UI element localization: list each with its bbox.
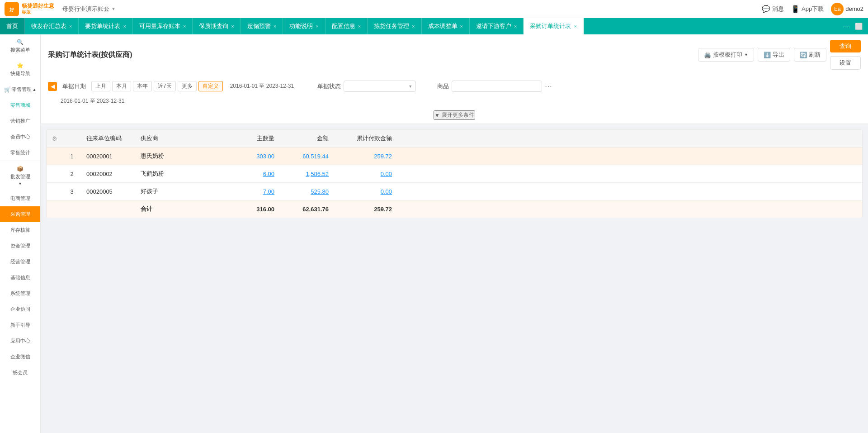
sidebar-item-operation[interactable]: 经营管理 (0, 254, 40, 270)
guide-icon: 新手引导 (10, 322, 30, 328)
column-settings-icon[interactable]: ⚙ (52, 135, 57, 142)
retail-stat-icon: 零售统计 (10, 149, 30, 156)
date-btn-more[interactable]: 更多 (178, 81, 197, 91)
sidebar-item-search[interactable]: 🔍 搜索菜单 (0, 34, 40, 58)
row-code: 00020001 (81, 148, 135, 165)
tab-yaoqing[interactable]: 邀请下游客户 × (470, 18, 524, 34)
footer-paid: 259.72 (334, 200, 397, 218)
row-qty: 7.00 (226, 183, 280, 200)
row-num: 1 (63, 148, 81, 165)
date-btn-7days[interactable]: 近7天 (154, 81, 176, 91)
sidebar-item-inventory[interactable]: 库存核算 (0, 222, 40, 238)
expand-more-row: ▼ 展开更多条件 (48, 109, 861, 124)
user-menu[interactable]: Ea demo2 (831, 3, 863, 15)
sidebar-item-quicknav[interactable]: ⭐ 快捷导航 (0, 58, 40, 81)
row-paid: 259.72 (334, 148, 397, 165)
close-icon[interactable]: × (358, 24, 361, 29)
top-bar-left: 好 畅捷通好生意 标版 母婴行业演示账套 ▼ (5, 2, 116, 16)
filter-goods-group: 商品 ⋯ (437, 81, 552, 92)
goods-filter-input[interactable] (452, 81, 542, 92)
sidebar-item-system[interactable]: 系统管理 (0, 285, 40, 301)
sidebar-item-ecommerce[interactable]: 电商管理 (0, 190, 40, 206)
tab-baozhi[interactable]: 保质期查询 × (193, 18, 241, 34)
sidebar-item-retail-stat[interactable]: 零售统计 (0, 145, 40, 161)
status-select[interactable] (344, 81, 416, 92)
sidebar-item-base[interactable]: 基础信息 (0, 270, 40, 285)
close-icon[interactable]: × (231, 24, 234, 29)
row-settings (47, 183, 63, 200)
breadcrumb-chevron-icon[interactable]: ▼ (111, 6, 116, 11)
sidebar-item-member[interactable]: 会员中心 (0, 129, 40, 145)
nav-tab-actions: — ⬜ (841, 23, 868, 30)
sidebar-item-mall[interactable]: 零售商城 (0, 97, 40, 113)
ecommerce-icon: 电商管理 (10, 195, 30, 202)
nav-minimize-icon[interactable]: — (841, 23, 851, 30)
date-btn-last-month[interactable]: 上月 (91, 81, 110, 91)
date-btn-this-month[interactable]: 本月 (112, 81, 131, 91)
breadcrumb[interactable]: 母婴行业演示账套 ▼ (62, 5, 116, 13)
sidebar-item-finance[interactable]: 资金管理 (0, 238, 40, 254)
sidebar-item-retail[interactable]: 🛒 零售管理 ▲ (0, 81, 40, 97)
table-row: 3 00020005 好孩子 7.00 525.80 0.00 (47, 183, 862, 200)
close-icon[interactable]: × (316, 24, 318, 29)
wholesale-icon: 📦 (17, 166, 24, 172)
status-select-wrapper[interactable] (344, 81, 416, 92)
col-paid-header: 累计付款金额 (334, 130, 397, 148)
sidebar-item-member2[interactable]: 畅会员 (0, 365, 40, 381)
print-button[interactable]: 🖨️ 按模板打印 ▼ (698, 48, 754, 62)
goods-more-icon[interactable]: ⋯ (545, 82, 552, 90)
query-button[interactable]: 查询 (830, 40, 861, 52)
row-supplier: 飞鹤奶粉 (135, 165, 226, 183)
tab-peizhi[interactable]: 配置信息 × (326, 18, 368, 34)
date-range-display: 2016-01-01 至 2023-12-31 (230, 82, 294, 90)
close-icon[interactable]: × (574, 24, 576, 29)
tab-jianhuo[interactable]: 拣货任务管理 × (368, 18, 421, 34)
sidebar-item-marketing[interactable]: 营销推广 (0, 113, 40, 129)
filter-row: ◀ 单据日期 上月 本月 本年 近7天 更多 自定义 2016-01-01 至 … (48, 77, 552, 95)
tab-caigou-active[interactable]: 采购订单统计表 × (524, 18, 583, 34)
sidebar-item-appcenter[interactable]: 应用中心 (0, 333, 40, 349)
app-download-button[interactable]: 📱 App下载 (791, 5, 824, 13)
message-icon: 💬 (762, 5, 770, 13)
date-btn-custom[interactable]: 自定义 (198, 81, 223, 91)
tab-shoufacun[interactable]: 收发存汇总表 × (25, 18, 79, 34)
close-icon[interactable]: × (69, 24, 72, 29)
collab-icon: 企业协同 (10, 306, 30, 313)
date-filter-btns: 上月 本月 本年 近7天 更多 自定义 (91, 81, 223, 91)
wechat-icon: 企业微信 (10, 353, 30, 360)
col-qty-header: 主数量 (226, 130, 280, 148)
tab-keyongliang[interactable]: 可用量库存账本 × (133, 18, 193, 34)
tab-chengben[interactable]: 成本调整单 × (422, 18, 470, 34)
export-button[interactable]: ⬇️ 导出 (758, 48, 790, 62)
close-icon[interactable]: × (274, 24, 276, 29)
tab-yaohuo[interactable]: 要货单统计表 × (79, 18, 132, 34)
close-icon[interactable]: × (460, 24, 463, 29)
nav-maximize-icon[interactable]: ⬜ (853, 23, 864, 30)
sidebar-item-collab[interactable]: 企业协同 (0, 301, 40, 317)
settings-button[interactable]: 设置 (830, 56, 861, 70)
system-icon: 系统管理 (10, 290, 30, 297)
page-title: 采购订单统计表(按供应商) (48, 50, 132, 60)
collapse-icon[interactable]: ◀ (48, 82, 57, 91)
message-button[interactable]: 💬 消息 (762, 5, 784, 13)
table-row: 1 00020001 惠氏奶粉 303.00 60,519.44 259.72 (47, 148, 862, 165)
row-code: 00020002 (81, 165, 135, 183)
chevron-down-icon: ▲ (33, 87, 37, 92)
refresh-button[interactable]: 🔄 刷新 (794, 48, 826, 62)
marketing-icon: 营销推广 (10, 118, 30, 124)
tab-home[interactable]: 首页 (0, 18, 25, 34)
tab-chaochuyujing[interactable]: 超储预警 × (241, 18, 283, 34)
close-icon[interactable]: × (123, 24, 126, 29)
close-icon[interactable]: × (183, 24, 186, 29)
col-settings: ⚙ (47, 130, 63, 148)
date-btn-this-year[interactable]: 本年 (133, 81, 152, 91)
tab-gongneng[interactable]: 功能说明 × (283, 18, 325, 34)
close-icon[interactable]: × (412, 24, 415, 29)
data-table: ⚙ 往来单位编码 供应商 主数量 金额 累计付款金额 (46, 129, 863, 218)
sidebar-item-guide[interactable]: 新手引导 (0, 317, 40, 333)
sidebar-item-wholesale[interactable]: 📦 批发管理 ▼ (0, 161, 40, 190)
expand-more-button[interactable]: ▼ 展开更多条件 (434, 110, 475, 120)
sidebar-item-purchase[interactable]: 采购管理 (0, 206, 40, 222)
sidebar-item-wechat[interactable]: 企业微信 (0, 349, 40, 365)
close-icon[interactable]: × (514, 24, 517, 29)
